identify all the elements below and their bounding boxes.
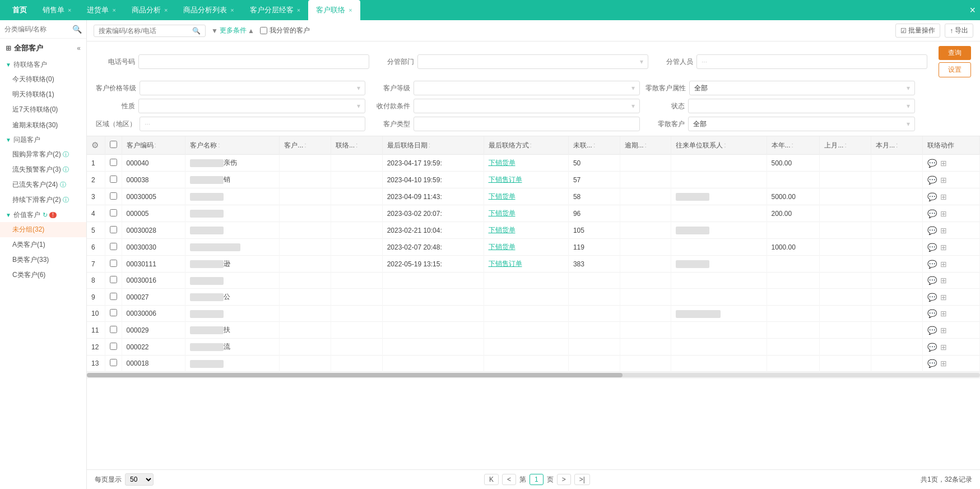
manager-input[interactable]: ··· bbox=[696, 54, 927, 69]
next-page-button[interactable]: > bbox=[557, 474, 571, 485]
sidebar-item-class-c[interactable]: C类客户(6) bbox=[0, 267, 86, 283]
grid-action-icon[interactable]: ⊞ bbox=[940, 309, 947, 318]
select-all-checkbox[interactable] bbox=[110, 141, 117, 148]
row-select-checkbox[interactable] bbox=[110, 293, 117, 300]
grid-action-icon[interactable]: ⊞ bbox=[940, 192, 947, 201]
comment-action-icon[interactable]: 💬 bbox=[927, 326, 937, 335]
grid-action-icon[interactable]: ⊞ bbox=[940, 293, 947, 302]
comment-action-icon[interactable]: 💬 bbox=[927, 276, 937, 285]
row-select-checkbox[interactable] bbox=[110, 159, 117, 166]
last-contact-way-link[interactable]: 下销货单 bbox=[489, 209, 515, 217]
last-contact-way-link[interactable]: 下销售订单 bbox=[489, 260, 522, 267]
grid-action-icon[interactable]: ⊞ bbox=[940, 159, 947, 168]
row-select-checkbox[interactable] bbox=[110, 343, 117, 350]
grid-action-icon[interactable]: ⊞ bbox=[940, 209, 947, 218]
more-conditions-button[interactable]: ▼ 更多条件 ▲ bbox=[211, 26, 254, 35]
customer-type-input[interactable] bbox=[414, 117, 640, 131]
row-select-checkbox[interactable] bbox=[110, 359, 117, 366]
price-level-input[interactable]: ▾ bbox=[140, 81, 365, 95]
my-customers-checkbox[interactable] bbox=[260, 27, 267, 34]
tab-purchase-close[interactable]: × bbox=[112, 7, 115, 13]
settings-icon[interactable]: ⚙ bbox=[91, 140, 99, 150]
window-close-button[interactable]: × bbox=[969, 4, 976, 16]
tab-sales[interactable]: 销售单 × bbox=[35, 0, 79, 20]
sidebar-item-class-a[interactable]: A类客户(1) bbox=[0, 237, 86, 252]
comment-action-icon[interactable]: 💬 bbox=[927, 243, 937, 252]
region-input[interactable]: ··· bbox=[140, 117, 365, 131]
my-customers-checkbox-label[interactable]: 我分管的客户 bbox=[260, 26, 310, 35]
retail-attr-input[interactable]: 全部▾ bbox=[689, 81, 915, 95]
first-page-button[interactable]: K bbox=[484, 474, 499, 485]
comment-action-icon[interactable]: 💬 bbox=[927, 309, 937, 318]
sidebar-item-unassigned[interactable]: 未分组(32) bbox=[0, 222, 86, 237]
grid-action-icon[interactable]: ⊞ bbox=[940, 326, 947, 335]
export-button[interactable]: ↑ 导出 bbox=[945, 24, 973, 38]
sidebar-item-class-b[interactable]: B类客户(33) bbox=[0, 252, 86, 267]
tab-customer-segment[interactable]: 客户分层经客 × bbox=[242, 0, 308, 20]
comment-action-icon[interactable]: 💬 bbox=[927, 226, 937, 235]
row-select-checkbox[interactable] bbox=[110, 226, 117, 233]
comment-action-icon[interactable]: 💬 bbox=[927, 159, 937, 168]
grid-action-icon[interactable]: ⊞ bbox=[940, 226, 947, 235]
sidebar-item-churn-warning[interactable]: 流失预警客户(3) ⓘ bbox=[0, 162, 86, 177]
comment-action-icon[interactable]: 💬 bbox=[927, 209, 937, 218]
refresh-icon[interactable]: ↻ bbox=[43, 211, 48, 219]
retail-input[interactable]: 全部▾ bbox=[688, 117, 915, 131]
sidebar-item-declining[interactable]: 持续下滑客户(2) ⓘ bbox=[0, 192, 86, 207]
payment-input[interactable]: ▾ bbox=[414, 99, 640, 113]
sidebar-item-today-pending[interactable]: 今天待联络(0) bbox=[0, 72, 86, 87]
comment-action-icon[interactable]: 💬 bbox=[927, 176, 937, 184]
horizontal-scrollbar[interactable] bbox=[87, 372, 980, 379]
row-select-checkbox[interactable] bbox=[110, 326, 117, 333]
group-value-customers[interactable]: ▼ 价值客户 ↻ ! bbox=[0, 208, 86, 222]
all-customers-header[interactable]: ⊞ 全部客户 « bbox=[0, 39, 86, 58]
row-select-checkbox[interactable] bbox=[110, 209, 117, 216]
grid-action-icon[interactable]: ⊞ bbox=[940, 343, 947, 352]
grid-action-icon[interactable]: ⊞ bbox=[940, 276, 947, 285]
filter-search-box[interactable]: 🔍 bbox=[94, 25, 206, 37]
comment-action-icon[interactable]: 💬 bbox=[927, 293, 937, 302]
sidebar-item-overdue-contact[interactable]: 逾期未联络(30) bbox=[0, 118, 86, 133]
tab-goods-analysis-close[interactable]: × bbox=[164, 7, 168, 13]
grid-action-icon[interactable]: ⊞ bbox=[940, 260, 947, 269]
row-select-checkbox[interactable] bbox=[110, 243, 117, 250]
dept-input[interactable]: ▾ bbox=[417, 54, 648, 69]
tab-customer-contact-close[interactable]: × bbox=[349, 7, 352, 13]
row-select-checkbox[interactable] bbox=[110, 176, 117, 183]
sidebar-item-hoarding-anomaly[interactable]: 囤购异常客户(2) ⓘ bbox=[0, 147, 86, 162]
reset-button[interactable]: 设置 bbox=[939, 62, 971, 77]
batch-ops-button[interactable]: ☑ 批量操作 bbox=[895, 24, 940, 38]
customer-level-input[interactable]: ▾ bbox=[414, 81, 640, 95]
filter-search-icon[interactable]: 🔍 bbox=[192, 27, 201, 35]
phone-input[interactable] bbox=[138, 54, 369, 69]
prev-page-button[interactable]: < bbox=[502, 474, 516, 485]
status-input[interactable]: ▾ bbox=[688, 99, 915, 113]
query-button[interactable]: 查询 bbox=[939, 46, 971, 60]
tab-goods-analysis-list[interactable]: 商品分析列表 × bbox=[175, 0, 241, 20]
grid-action-icon[interactable]: ⊞ bbox=[940, 243, 947, 252]
last-contact-way-link[interactable]: 下销货单 bbox=[489, 226, 515, 234]
group-problem-customers[interactable]: ▼ 问题客户 bbox=[0, 133, 86, 147]
tab-goods-analysis[interactable]: 商品分析 × bbox=[124, 0, 175, 20]
comment-action-icon[interactable]: 💬 bbox=[927, 343, 937, 352]
tab-sales-close[interactable]: × bbox=[68, 7, 71, 13]
current-page-button[interactable]: 1 bbox=[530, 474, 544, 485]
sidebar-item-tomorrow-pending[interactable]: 明天待联络(1) bbox=[0, 87, 86, 102]
collapse-icon[interactable]: « bbox=[77, 44, 81, 52]
sidebar-search-input[interactable] bbox=[4, 25, 72, 33]
last-contact-way-link[interactable]: 下销货单 bbox=[489, 192, 515, 200]
filter-search-input[interactable] bbox=[99, 27, 192, 35]
last-contact-way-link[interactable]: 下销货单 bbox=[489, 243, 515, 251]
row-select-checkbox[interactable] bbox=[110, 309, 117, 316]
row-select-checkbox[interactable] bbox=[110, 276, 117, 283]
comment-action-icon[interactable]: 💬 bbox=[927, 359, 937, 368]
sidebar-search-icon[interactable]: 🔍 bbox=[72, 25, 82, 34]
row-select-checkbox[interactable] bbox=[110, 260, 117, 267]
tab-customer-contact[interactable]: 客户联络 × bbox=[308, 0, 360, 20]
last-page-button[interactable]: >| bbox=[574, 474, 590, 485]
tab-home[interactable]: 首页 bbox=[4, 0, 35, 20]
sidebar-item-churned[interactable]: 已流失客户(24) ⓘ bbox=[0, 177, 86, 192]
nature-input[interactable]: ▾ bbox=[138, 99, 365, 113]
comment-action-icon[interactable]: 💬 bbox=[927, 260, 937, 269]
last-contact-way-link[interactable]: 下销货单 bbox=[489, 159, 515, 167]
